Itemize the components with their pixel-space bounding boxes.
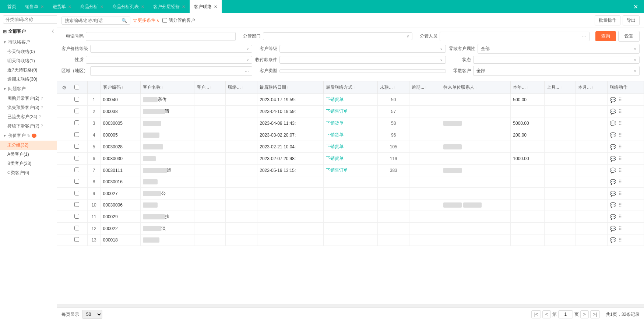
- more-filters-button[interactable]: ▽ 更多条件 ∧: [133, 17, 159, 24]
- contact-way-link[interactable]: 下销货单: [326, 144, 344, 149]
- page-number-input[interactable]: [558, 310, 573, 318]
- this-month-col-header[interactable]: 本月...⁝: [576, 81, 608, 94]
- chat-icon[interactable]: 💬: [610, 167, 616, 173]
- reset-button[interactable]: 设置: [618, 31, 640, 42]
- more-icon[interactable]: ⠿: [618, 202, 622, 208]
- this-year-col-header[interactable]: 本年...⁝: [511, 81, 544, 94]
- first-page-button[interactable]: |<: [531, 310, 541, 318]
- chat-icon[interactable]: 💬: [610, 214, 616, 220]
- chat-icon[interactable]: 💬: [610, 120, 616, 126]
- next-page-button[interactable]: >: [580, 310, 589, 318]
- window-close-button[interactable]: ✕: [630, 3, 641, 10]
- phone-input[interactable]: [86, 32, 236, 41]
- sidebar-item-c-customers[interactable]: C类客户(6): [0, 168, 57, 177]
- sidebar-all-customers[interactable]: ⊞ 全部客户 《: [0, 26, 57, 37]
- chat-icon[interactable]: 💬: [610, 132, 616, 138]
- chat-icon[interactable]: 💬: [610, 97, 616, 103]
- sidebar-item-overdue-pending[interactable]: 逾期未联络(30): [0, 75, 57, 84]
- retail-attr-select[interactable]: 全部 ∨: [478, 44, 640, 54]
- nav-tab-customer-contact[interactable]: 客户联络 ✕: [190, 0, 222, 13]
- sidebar-item-churn-warning[interactable]: 流失预警客户(3) ?: [0, 103, 57, 112]
- sidebar-item-churned[interactable]: 已流失客户(24) ?: [0, 112, 57, 121]
- row-checkbox[interactable]: [74, 179, 79, 184]
- main-search-input[interactable]: [65, 18, 120, 23]
- sidebar-item-b-customers[interactable]: B类客户(33): [0, 159, 57, 168]
- nav-tab-customer-segment[interactable]: 客户分层经营 ✕: [149, 0, 190, 13]
- main-search-icon[interactable]: 🔍: [122, 18, 127, 23]
- row-checkbox[interactable]: [74, 202, 79, 207]
- more-icon[interactable]: ⠿: [618, 191, 622, 197]
- sidebar-item-ungrouped[interactable]: 未分组(32): [0, 141, 57, 150]
- sidebar-item-a-customers[interactable]: A类客户(1): [0, 150, 57, 159]
- overdue-col-header[interactable]: 逾期...⁝: [409, 81, 441, 94]
- sidebar-item-today-pending[interactable]: 今天待联络(0): [0, 47, 57, 56]
- table-settings-icon[interactable]: ⚙: [62, 85, 67, 91]
- row-checkbox[interactable]: [74, 226, 79, 230]
- status-select[interactable]: ∨: [473, 56, 640, 64]
- row-checkbox-cell[interactable]: [72, 94, 87, 106]
- more-icon[interactable]: ⠿: [618, 179, 622, 185]
- contact-col-header[interactable]: 联络...⁝: [226, 81, 257, 94]
- nav-tab-product-analysis[interactable]: 商品分析 ✕: [76, 0, 108, 13]
- close-customer-segment-tab[interactable]: ✕: [182, 4, 185, 9]
- help-icon-churned[interactable]: ?: [39, 115, 41, 119]
- chat-icon[interactable]: 💬: [610, 156, 616, 162]
- more-icon[interactable]: ⠿: [618, 167, 622, 173]
- region-select[interactable]: ···: [90, 66, 252, 76]
- horizontal-scrollbar[interactable]: [57, 304, 644, 307]
- chat-icon[interactable]: 💬: [610, 202, 616, 208]
- row-checkbox-cell[interactable]: [72, 223, 87, 234]
- row-checkbox-cell[interactable]: [72, 234, 87, 246]
- last-page-button[interactable]: >|: [590, 310, 600, 318]
- sidebar-item-tomorrow-pending[interactable]: 明天待联络(1): [0, 56, 57, 66]
- chat-icon[interactable]: 💬: [610, 237, 616, 243]
- nature-select[interactable]: ∨: [86, 56, 252, 64]
- price-level-select[interactable]: ∨: [90, 45, 252, 53]
- last-contact-way-col-header[interactable]: 最后联络方式⁝: [324, 81, 378, 94]
- contact-way-link[interactable]: 下销售订单: [326, 109, 348, 114]
- more-icon[interactable]: ⠿: [618, 237, 622, 243]
- contact-way-link[interactable]: 下销售订单: [326, 167, 348, 173]
- contact-way-link[interactable]: 下销货单: [326, 132, 344, 137]
- company-contact-col-header[interactable]: 往来单位联系人⁝: [441, 81, 510, 94]
- query-button[interactable]: 查询: [595, 31, 616, 41]
- per-page-select[interactable]: 50 100 200: [82, 310, 102, 319]
- last-contact-date-col-header[interactable]: 最后联络日期⁝: [257, 81, 324, 94]
- prev-page-button[interactable]: <: [542, 310, 551, 318]
- no-contact-col-header[interactable]: 未联...⁝: [378, 81, 409, 94]
- type-col-header[interactable]: 客户...⁝: [194, 81, 226, 94]
- department-select[interactable]: ∨: [263, 32, 413, 40]
- more-icon[interactable]: ⠿: [618, 214, 622, 220]
- batch-operation-button[interactable]: 批量操作: [595, 15, 620, 25]
- close-product-analysis-tab[interactable]: ✕: [100, 4, 103, 9]
- select-all-checkbox[interactable]: [74, 85, 79, 89]
- nav-home[interactable]: 首页: [3, 0, 21, 13]
- row-checkbox[interactable]: [74, 191, 79, 195]
- name-col-header[interactable]: 客户名称⁝: [141, 81, 194, 94]
- more-icon[interactable]: ⠿: [618, 97, 622, 103]
- collapse-icon[interactable]: 《: [50, 29, 54, 34]
- row-checkbox-cell[interactable]: [72, 141, 87, 153]
- help-icon-abnormal[interactable]: ?: [41, 96, 43, 100]
- row-checkbox[interactable]: [74, 144, 79, 149]
- sidebar-group-value[interactable]: ▼ 价值客户 ↻ !: [0, 131, 57, 141]
- chat-icon[interactable]: 💬: [610, 109, 616, 114]
- refresh-icon[interactable]: ↻: [27, 134, 30, 138]
- row-checkbox-cell[interactable]: [72, 153, 87, 165]
- customer-type-select[interactable]: [279, 69, 446, 73]
- contact-way-link[interactable]: 下销货单: [326, 156, 344, 161]
- export-button[interactable]: 导出: [623, 15, 640, 25]
- help-icon-churn-warning[interactable]: ?: [41, 106, 43, 110]
- manager-select[interactable]: ···: [440, 32, 590, 41]
- nav-tab-purchase[interactable]: 进货单 ✕: [48, 0, 76, 13]
- more-icon[interactable]: ⠿: [618, 132, 622, 138]
- last-month-col-header[interactable]: 上月...⁝: [544, 81, 576, 94]
- payment-select[interactable]: ∨: [279, 56, 446, 64]
- row-checkbox-cell[interactable]: [72, 165, 87, 176]
- row-checkbox[interactable]: [74, 214, 79, 219]
- chat-icon[interactable]: 💬: [610, 191, 616, 197]
- row-checkbox[interactable]: [74, 109, 79, 113]
- row-checkbox-cell[interactable]: [72, 106, 87, 117]
- row-checkbox-cell[interactable]: [72, 176, 87, 188]
- sidebar-item-abnormal[interactable]: 囤购异常客户(2) ?: [0, 94, 57, 103]
